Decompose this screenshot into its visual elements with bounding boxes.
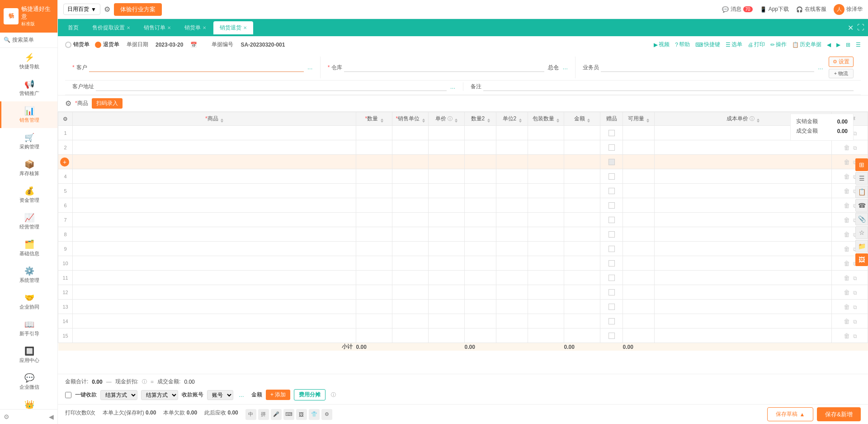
- gift-checkbox[interactable]: [609, 188, 615, 194]
- unit2-cell[interactable]: [496, 140, 528, 155]
- gift-checkbox[interactable]: [609, 304, 615, 310]
- cost-price-cell[interactable]: [655, 184, 832, 198]
- unit-price-cell[interactable]: [429, 242, 465, 256]
- amount-cell[interactable]: [564, 140, 600, 155]
- search-menu[interactable]: 🔍 搜索菜单: [0, 33, 57, 48]
- available-cell[interactable]: [623, 314, 655, 329]
- product-cell[interactable]: [73, 169, 356, 184]
- sidebar-item-business[interactable]: 📈 经营管理: [0, 208, 57, 235]
- cost-price-cell[interactable]: [655, 140, 832, 155]
- delete-row-icon[interactable]: 🗑: [844, 303, 850, 310]
- staff-input[interactable]: [601, 63, 814, 72]
- delete-row-icon[interactable]: 🗑: [844, 274, 850, 281]
- amount-cell[interactable]: [564, 198, 600, 213]
- qty2-cell[interactable]: [465, 285, 496, 300]
- sales-unit-cell[interactable]: [392, 213, 429, 227]
- column-settings-icon[interactable]: ⚙: [65, 99, 71, 108]
- gift-checkbox[interactable]: [609, 246, 615, 252]
- gift-cell[interactable]: [600, 213, 623, 227]
- available-cell[interactable]: [623, 155, 655, 169]
- quantity-cell[interactable]: [356, 285, 392, 300]
- unit-price-cell[interactable]: [429, 256, 465, 271]
- unit2-cell[interactable]: [496, 198, 528, 213]
- copy-row-icon[interactable]: ⧉: [853, 130, 857, 137]
- unit2-cell[interactable]: [496, 285, 528, 300]
- amount-cell[interactable]: [564, 227, 600, 242]
- product-sort-icon[interactable]: [221, 119, 223, 123]
- available-sort-icon[interactable]: [646, 119, 649, 123]
- pack-qty-cell[interactable]: [528, 126, 564, 140]
- cost-price-cell[interactable]: [655, 227, 832, 242]
- product-cell[interactable]: [73, 300, 356, 314]
- cost-price-cell[interactable]: [655, 242, 832, 256]
- save-new-button[interactable]: 保存&新增: [817, 407, 861, 421]
- product-cell[interactable]: [73, 184, 356, 198]
- available-cell[interactable]: [623, 300, 655, 314]
- message-item[interactable]: 💬 消息 70: [722, 5, 753, 13]
- sales-unit-cell[interactable]: [392, 329, 429, 343]
- app-download-item[interactable]: 📱 App下载: [760, 5, 789, 13]
- gift-cell[interactable]: [600, 256, 623, 271]
- sidebar-item-marketing[interactable]: 📢 营销推广: [0, 75, 57, 101]
- qty2-cell[interactable]: [465, 198, 496, 213]
- split-button[interactable]: 费用分摊: [294, 389, 326, 400]
- quantity-cell[interactable]: [356, 213, 392, 227]
- delete-row-icon[interactable]: 🗑: [844, 332, 850, 339]
- unit2-cell[interactable]: [496, 256, 528, 271]
- product-cell-active[interactable]: [73, 155, 356, 169]
- pack-qty-cell[interactable]: [528, 242, 564, 256]
- gift-checkbox[interactable]: [609, 173, 615, 180]
- unit-price-cell[interactable]: [429, 329, 465, 343]
- qty2-cell[interactable]: [465, 140, 496, 155]
- amount-cell[interactable]: [564, 271, 600, 285]
- sidebar-item-inventory[interactable]: 📦 库存核算: [0, 155, 57, 181]
- qty2-cell[interactable]: [465, 300, 496, 314]
- cash-discount-info-icon[interactable]: ⓘ: [142, 378, 147, 385]
- gift-cell[interactable]: [600, 271, 623, 285]
- delete-row-icon[interactable]: 🗑: [844, 173, 850, 180]
- float-btn-image[interactable]: 🖼: [855, 253, 868, 266]
- amount-cell[interactable]: [564, 285, 600, 300]
- available-cell[interactable]: [623, 329, 655, 343]
- qty2-cell[interactable]: [465, 126, 496, 140]
- amount-cell[interactable]: [564, 169, 600, 184]
- customer-input[interactable]: [89, 63, 304, 72]
- qty2-cell[interactable]: [465, 184, 496, 198]
- action-operate[interactable]: ✏ 操作: [770, 41, 787, 48]
- sidebar-item-guide[interactable]: 📖 新手引导: [0, 315, 57, 342]
- tab-sales-delivery[interactable]: 销货单 ✕: [178, 21, 212, 34]
- sales-unit-cell[interactable]: [392, 169, 429, 184]
- warehouse-input[interactable]: [344, 63, 544, 72]
- radio-delivery[interactable]: 销货单: [65, 41, 90, 48]
- gift-checkbox[interactable]: [609, 231, 615, 238]
- available-cell[interactable]: [623, 184, 655, 198]
- float-btn-list[interactable]: ☰: [855, 172, 868, 185]
- available-cell[interactable]: [623, 227, 655, 242]
- tab-home[interactable]: 首页: [61, 21, 85, 34]
- copy-row-icon[interactable]: ⧉: [853, 275, 857, 281]
- cost-price-info-icon[interactable]: ⓘ: [750, 116, 755, 121]
- gift-checkbox[interactable]: [609, 260, 615, 267]
- quantity-cell[interactable]: [356, 271, 392, 285]
- pack-qty-sort-icon[interactable]: [557, 119, 559, 123]
- sidebar-item-apps[interactable]: 🔲 应用中心: [0, 342, 57, 368]
- pack-qty-cell[interactable]: [528, 329, 564, 343]
- pack-qty-cell[interactable]: [528, 213, 564, 227]
- gift-cell[interactable]: [600, 184, 623, 198]
- sales-unit-cell[interactable]: [392, 140, 429, 155]
- unit-price-cell[interactable]: [429, 213, 465, 227]
- industry-select[interactable]: 日用百货 ▼: [63, 4, 100, 15]
- split-info-icon[interactable]: ⓘ: [331, 391, 336, 398]
- cost-price-cell[interactable]: [655, 271, 832, 285]
- copy-row-icon[interactable]: ⧉: [853, 319, 857, 325]
- sidebar-collapse-btn[interactable]: ◀: [49, 413, 54, 420]
- gift-cell[interactable]: [600, 126, 623, 140]
- product-cell[interactable]: [73, 213, 356, 227]
- sidebar-item-cooperation[interactable]: 🤝 企业协同: [0, 288, 57, 315]
- unit-price-cell[interactable]: [429, 198, 465, 213]
- pack-qty-cell[interactable]: [528, 169, 564, 184]
- sidebar-settings-btn[interactable]: ⚙: [4, 413, 9, 420]
- copy-row-icon[interactable]: ⧉: [853, 333, 857, 339]
- unit2-sort-icon[interactable]: [519, 119, 522, 123]
- sales-unit-cell[interactable]: [392, 155, 429, 169]
